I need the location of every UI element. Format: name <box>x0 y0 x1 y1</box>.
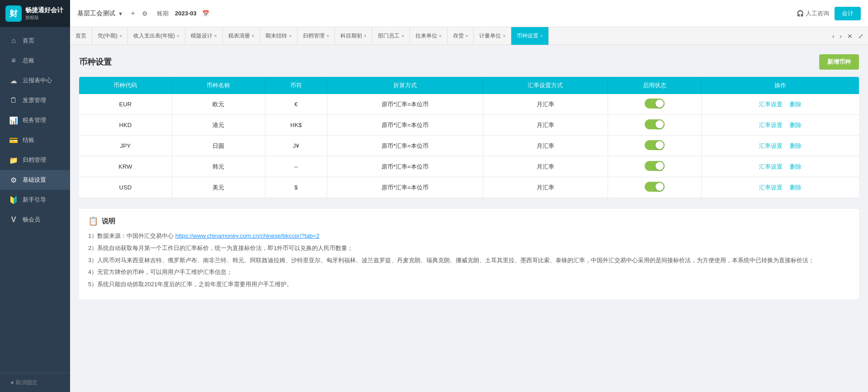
sidebar-item-settle[interactable]: 💳 结账 <box>0 130 70 150</box>
cell-symbol: $ <box>265 177 327 198</box>
sidebar-item-ledger[interactable]: ≡ 总账 <box>0 51 70 71</box>
cell-status <box>608 115 701 136</box>
toggle-usd[interactable] <box>645 182 665 192</box>
delete-eur[interactable]: 删除 <box>790 101 802 108</box>
tab-template-close[interactable]: × <box>214 33 217 38</box>
tabs-close-all-icon[interactable]: ✕ <box>845 32 854 41</box>
tab-unit-close[interactable]: × <box>503 33 505 38</box>
account-button[interactable]: 会计 <box>835 7 861 20</box>
cell-action: 汇率设置 删除 <box>701 177 859 198</box>
tabs-expand-icon[interactable]: ⤢ <box>856 32 865 41</box>
tab-currency-close[interactable]: × <box>540 33 543 38</box>
company-settings-icon[interactable]: ⚙ <box>142 10 148 17</box>
tab-inventory[interactable]: 存货 × <box>448 27 474 45</box>
cell-status <box>608 156 701 177</box>
tab-partner-close[interactable]: × <box>439 33 442 38</box>
cell-symbol: -- <box>265 156 327 177</box>
tab-partner[interactable]: 往来单位 × <box>410 27 448 45</box>
sidebar-item-settings[interactable]: ⚙ 基础设置 <box>0 170 70 190</box>
cell-status <box>608 177 701 198</box>
rate-setting-krw[interactable]: 汇率设置 <box>759 163 783 170</box>
page-title: 币种设置 <box>79 57 112 67</box>
cell-rate-type: 月汇率 <box>483 177 608 198</box>
note-link[interactable]: https://www.chinamoney.com.cn/chinese/bk… <box>175 232 320 239</box>
toggle-hkd[interactable] <box>645 119 665 129</box>
tab-dept-close[interactable]: × <box>401 33 404 38</box>
tab-income-close[interactable]: × <box>177 33 179 38</box>
tab-unit[interactable]: 计量单位 × <box>474 27 511 45</box>
cell-name: 美元 <box>172 177 265 198</box>
cell-code: KRW <box>79 156 172 177</box>
tab-currency[interactable]: 币种设置 × <box>511 27 549 45</box>
toggle-eur[interactable] <box>645 99 665 109</box>
tab-tax-close[interactable]: × <box>252 33 255 38</box>
headset-icon: 🎧 <box>797 10 804 17</box>
tab-template[interactable]: 模版设计 × <box>185 27 223 45</box>
notes-title-text: 说明 <box>102 217 115 226</box>
rate-setting-usd[interactable]: 汇率设置 <box>759 184 783 191</box>
toggle-krw[interactable] <box>645 161 665 171</box>
tab-voucher[interactable]: 凭(中期) × <box>92 27 128 45</box>
delete-usd[interactable]: 删除 <box>790 184 802 191</box>
tab-archive[interactable]: 归档管理 × <box>297 27 335 45</box>
currency-table: 币种代码 币种名称 币符 折算方式 汇率设置方式 启用状态 操作 EUR 欧元 … <box>79 77 859 198</box>
tab-subject-close[interactable]: × <box>364 33 367 38</box>
logo-icon: 财 <box>5 5 22 22</box>
sidebar-label-invoice: 发票管理 <box>23 96 46 104</box>
sidebar-item-home[interactable]: ⌂ 首页 <box>0 31 70 51</box>
add-company-icon[interactable]: ＋ <box>129 9 137 18</box>
sidebar-item-guide[interactable]: 🔰 新手引导 <box>0 190 70 210</box>
home-icon: ⌂ <box>9 36 18 45</box>
sidebar-label-archive: 归档管理 <box>23 156 46 164</box>
content-area: 币种设置 新增币种 币种代码 币种名称 币符 折算方式 汇率设置方式 启用状态 … <box>70 45 868 392</box>
member-icon: V <box>9 215 18 224</box>
company-dropdown-icon[interactable]: ▾ <box>119 10 122 17</box>
company-name: 基层工会测试 <box>77 9 115 18</box>
logo-area: 财 畅捷通好会计 旗舰版 <box>0 0 70 27</box>
sidebar-label-settings: 基础设置 <box>23 176 46 184</box>
guide-icon: 🔰 <box>9 195 18 204</box>
toggle-jpy[interactable] <box>645 140 665 150</box>
tab-currency-label: 币种设置 <box>517 32 538 40</box>
tab-income[interactable]: 收入支出表(年报) × <box>128 27 185 45</box>
tax-icon: 📊 <box>9 116 18 125</box>
calendar-icon[interactable]: 📅 <box>202 10 209 17</box>
delete-hkd[interactable]: 删除 <box>790 122 802 128</box>
help-button[interactable]: 🎧 人工咨询 <box>797 9 829 18</box>
tab-subject[interactable]: 科目期初 × <box>335 27 373 45</box>
tab-period-close[interactable]: × <box>289 33 292 38</box>
tab-period[interactable]: 期末结转 × <box>260 27 297 45</box>
tab-inventory-label: 存货 <box>453 32 464 40</box>
tabs-prev-icon[interactable]: ‹ <box>830 32 836 41</box>
tab-home[interactable]: 首页 <box>70 27 92 45</box>
sidebar-item-tax[interactable]: 📊 税务管理 <box>0 110 70 130</box>
rate-setting-eur[interactable]: 汇率设置 <box>759 101 783 108</box>
tab-dept[interactable]: 部门员工 × <box>373 27 410 45</box>
ledger-icon: ≡ <box>9 56 18 65</box>
tab-voucher-close[interactable]: × <box>119 33 122 38</box>
new-currency-button[interactable]: 新增币种 <box>819 54 859 70</box>
tab-inventory-close[interactable]: × <box>466 33 468 38</box>
col-symbol: 币符 <box>265 77 327 94</box>
sidebar-pin-toggle[interactable]: ◄ 取消固定 <box>0 373 70 392</box>
rate-setting-jpy[interactable]: 汇率设置 <box>759 142 783 149</box>
cell-calc: 原币*汇率=本位币 <box>327 177 483 198</box>
settings-nav-icon: ⚙ <box>9 175 18 184</box>
tab-voucher-label: 凭(中期) <box>98 32 118 40</box>
cell-action: 汇率设置 删除 <box>701 115 859 136</box>
sidebar-item-member[interactable]: V 畅会员 <box>0 210 70 230</box>
delete-krw[interactable]: 删除 <box>790 163 802 170</box>
tab-partner-label: 往来单位 <box>415 32 437 40</box>
sidebar-item-reports[interactable]: ☁ 云报表中心 <box>0 71 70 90</box>
table-row: JPY 日圆 J¥ 原币*汇率=本位币 月汇率 汇率设置 删除 <box>79 136 859 156</box>
cell-calc: 原币*汇率=本位币 <box>327 94 483 115</box>
tab-archive-close[interactable]: × <box>326 33 329 38</box>
sidebar-item-invoice[interactable]: 🗒 发票管理 <box>0 90 70 110</box>
pin-label: ◄ 取消固定 <box>9 379 38 387</box>
rate-setting-hkd[interactable]: 汇率设置 <box>759 122 783 128</box>
cell-calc: 原币*汇率=本位币 <box>327 115 483 136</box>
delete-jpy[interactable]: 删除 <box>790 142 802 149</box>
sidebar-item-archive[interactable]: 📁 归档管理 <box>0 150 70 170</box>
tabs-next-icon[interactable]: › <box>838 32 844 41</box>
tab-tax[interactable]: 税表清册 × <box>223 27 260 45</box>
